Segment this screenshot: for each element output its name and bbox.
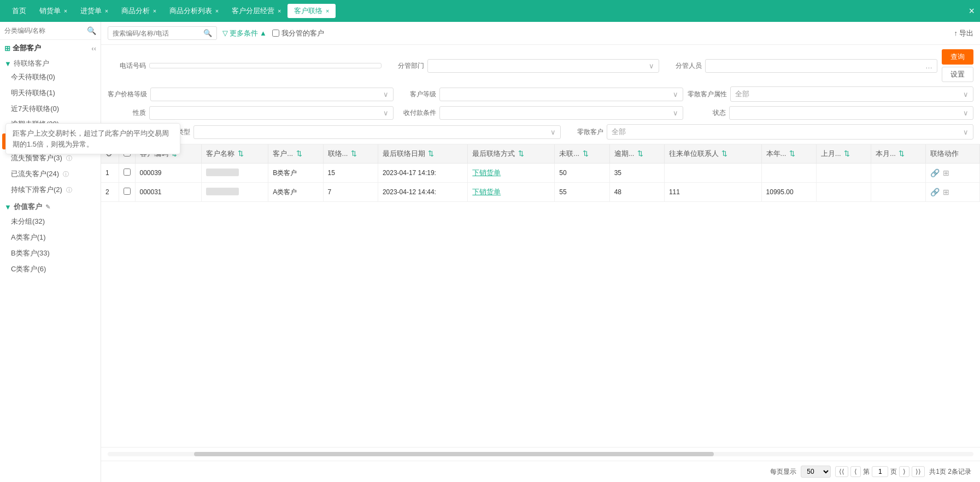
chevron-down-icon-dept: ∨ [649, 62, 654, 70]
column-last-contact-date[interactable]: 最后联络日期 ⇅ [378, 144, 467, 164]
sidebar-item-declining[interactable]: 持续下滑客户(2) ⓘ [0, 182, 101, 198]
column-this-year[interactable]: 本年... ⇅ [761, 144, 816, 164]
filter-custlevel-select[interactable]: ∨ [439, 88, 684, 101]
cell-action-1: 🔗 ⊞ [926, 164, 980, 183]
scroll-track[interactable] [108, 452, 973, 456]
sidebar-item-week-pending[interactable]: 近7天待联络(0) [0, 101, 101, 117]
sidebar-collapse-icon[interactable]: ‹‹ [91, 44, 96, 53]
sidebar-value-group-title[interactable]: ▼ 价值客户 ✎ [0, 200, 101, 214]
filter-payment-select[interactable]: ∨ [439, 106, 684, 120]
sidebar-item-churned[interactable]: 已流失客户(24) ⓘ [0, 166, 101, 182]
sidebar-search-input[interactable] [4, 27, 87, 34]
horizontal-scroll-area[interactable] [101, 447, 980, 461]
filter-customer-level: 客户等级 ∨ [398, 88, 684, 101]
filter-row-3: 性质 ∨ 收付款条件 ∨ 状态 [108, 106, 973, 120]
first-page-button[interactable]: ⟨⟨ [835, 466, 848, 477]
column-overdue[interactable]: 逾期... ⇅ [609, 144, 664, 164]
apps-action-icon-1[interactable]: ⊞ [943, 169, 949, 177]
nav-close-product-list[interactable]: × [215, 8, 219, 14]
nav-item-product-analysis[interactable]: 商品分析 × [115, 4, 163, 18]
export-icon: ↑ [954, 29, 958, 37]
cell-checkbox-1[interactable] [119, 164, 135, 183]
sidebar-group-pending-contact[interactable]: ▼ 待联络客户 [0, 56, 101, 69]
sort-icon-last-month: ⇅ [844, 149, 850, 158]
last-page-button[interactable]: ⟩⟩ [912, 466, 925, 477]
apps-action-icon-2[interactable]: ⊞ [943, 188, 949, 196]
row-checkbox-2[interactable] [124, 188, 131, 195]
nav-item-customer-tier[interactable]: 客户分层经营 × [225, 4, 287, 18]
sidebar-item-a-class[interactable]: A类客户(1) [0, 230, 101, 246]
filter-retail-cust-select[interactable]: 全部 ∨ [607, 124, 974, 140]
cell-unit-contact-2: 111 [664, 183, 761, 202]
cell-type-1: B类客户 [268, 164, 323, 183]
column-this-month[interactable]: 本月... ⇅ [871, 144, 926, 164]
scroll-thumb[interactable] [194, 452, 713, 456]
tooltip-repurchase-info: 距客户上次交易时长，超过了此客户的平均交易周期的1.5倍，则视为异常。 [5, 123, 180, 154]
nav-item-product-list[interactable]: 商品分析列表 × [163, 4, 225, 18]
sidebar-all-customers[interactable]: ⊞ 全部客户 ‹‹ [0, 40, 101, 56]
filter-retail-attr: 零散客户属性 全部 ∨ [688, 86, 973, 102]
page-number-input[interactable] [872, 466, 888, 477]
column-customer-type[interactable]: 客户... ⇅ [268, 144, 323, 164]
filter-dept-select[interactable]: ∨ [427, 59, 660, 73]
nav-item-home[interactable]: 首页 [5, 4, 33, 18]
edit-icon[interactable]: ✎ [45, 204, 50, 211]
nav-item-customer-contact[interactable]: 客户联络 × [287, 4, 336, 18]
column-contact[interactable]: 联络... ⇅ [323, 144, 378, 164]
link-action-icon-1[interactable]: 🔗 [930, 169, 940, 177]
sidebar-item-ungrouped[interactable]: 未分组(32) [0, 214, 101, 230]
query-button[interactable]: 查询 [942, 49, 973, 65]
table-footer: 每页显示 50 100 200 ⟨⟨ ⟨ 第 页 ⟩ ⟩⟩ 共1页 2条记录 [101, 461, 980, 482]
filter-retail-select[interactable]: 全部 ∨ [730, 86, 973, 102]
nav-close-customer-contact[interactable]: × [326, 8, 329, 14]
filter-status-select[interactable]: ∨ [729, 106, 973, 120]
nav-close-purchase[interactable]: × [105, 8, 108, 14]
filter-row-4: … 客户类型 ∨ 零散客户 全部 ∨ [108, 124, 973, 140]
column-unit-contact[interactable]: 往来单位联系人 ⇅ [664, 144, 761, 164]
my-customers-checkbox[interactable]: 我分管的客户 [272, 28, 324, 38]
sidebar-item-today-pending[interactable]: 今天待联络(0) [0, 69, 101, 85]
filter-price-label: 客户价格等级 [108, 90, 147, 99]
extended-filter: 电话号码 分管部门 ∨ 分管人员 … [101, 45, 980, 144]
filter-price-select[interactable]: ∨ [150, 88, 394, 101]
window-close-button[interactable]: × [969, 5, 975, 17]
nav-close-product-analysis[interactable]: × [153, 8, 156, 14]
nav-close-sales[interactable]: × [64, 8, 67, 14]
filter-gender-select[interactable]: ∨ [149, 106, 394, 120]
sidebar-item-tomorrow-pending[interactable]: 明天待联络(1) [0, 85, 101, 101]
column-last-month[interactable]: 上月... ⇅ [816, 144, 871, 164]
export-button[interactable]: ↑ 导出 [954, 28, 974, 38]
cell-method-1[interactable]: 下销货单 [468, 164, 555, 183]
filter-custtype-select[interactable]: ∨ [193, 125, 561, 139]
nav-item-sales[interactable]: 销货单 × [33, 4, 74, 18]
sidebar-item-b-class[interactable]: B类客户(33) [0, 246, 101, 262]
main-search-icon: 🔍 [203, 29, 212, 37]
settings-button[interactable]: 设置 [942, 67, 973, 82]
sidebar-item-c-class[interactable]: C类客户(6) [0, 262, 101, 277]
filter-phone-input[interactable] [149, 63, 382, 68]
column-not-contacted[interactable]: 未联... ⇅ [555, 144, 609, 164]
link-action-icon-2[interactable]: 🔗 [930, 188, 940, 196]
cell-method-2[interactable]: 下销货单 [468, 183, 555, 202]
table-row: 2 000031 A类客户 7 2023-04-12 14:44: 下销货单 5… [101, 183, 980, 202]
more-conditions-toggle[interactable]: ▽ 更多条件 ▲ [222, 28, 267, 38]
column-customer-name[interactable]: 客户名称 ⇅ [202, 144, 268, 164]
nav-item-purchase[interactable]: 进货单 × [74, 4, 115, 18]
column-last-contact-method[interactable]: 最后联络方式 ⇅ [468, 144, 555, 164]
filter-manager-input[interactable]: … [705, 59, 937, 73]
filter-phone: 电话号码 [108, 61, 382, 71]
prev-page-button[interactable]: ⟨ [850, 466, 861, 477]
cell-checkbox-2[interactable] [119, 183, 135, 202]
sort-icon-name: ⇅ [238, 149, 244, 158]
per-page-select[interactable]: 50 100 200 [801, 466, 831, 478]
chevron-down-icon-payment: ∨ [673, 109, 678, 117]
row-checkbox-1[interactable] [124, 169, 131, 176]
sidebar-search-area: 🔍 [0, 22, 101, 40]
nav-close-customer-tier[interactable]: × [278, 8, 281, 14]
next-page-button[interactable]: ⟩ [899, 466, 909, 477]
my-customers-check[interactable] [272, 30, 279, 37]
info-icon-3: ⓘ [63, 171, 69, 177]
chevron-down-icon-custlevel: ∨ [673, 90, 678, 98]
main-search-input[interactable] [113, 30, 203, 37]
action-icons-2: 🔗 ⊞ [930, 188, 975, 196]
